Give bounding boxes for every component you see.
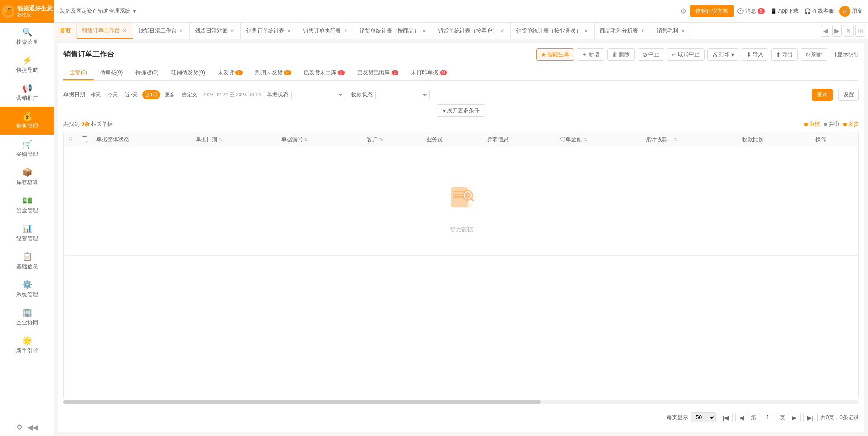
online-service-btn[interactable]: 🎧 在线客服 (804, 7, 834, 15)
payment-filter: 收款状态 (351, 90, 430, 100)
next-page-btn[interactable]: ▶ (788, 413, 801, 422)
sidebar-item-basic[interactable]: 📋 基础信息 (0, 247, 54, 275)
filter-tab-overdue[interactable]: 到期未发货 0 (249, 66, 297, 80)
th-number[interactable]: 单据编号 ⇅ (277, 132, 362, 147)
smart-btn[interactable]: ★ 智能生单 (536, 48, 574, 61)
settings-icon[interactable]: ⚙ (16, 423, 23, 431)
delete-btn[interactable]: 🗑 删除 (607, 48, 635, 61)
tab-close-all-btn[interactable]: ✕ (844, 25, 854, 37)
cancel-stop-btn[interactable]: ↩ 取消中止 (667, 48, 705, 61)
tab-cash-ledger[interactable]: 钱货日清对账 ✕ (190, 23, 241, 39)
app-download-btn[interactable]: 📱 App下载 (770, 7, 799, 15)
th-customer[interactable]: 客户 ⇅ (362, 132, 422, 147)
th-received[interactable]: 累计收款... ⇅ (641, 132, 738, 147)
import-btn[interactable]: ⬇ 导入 (742, 48, 768, 61)
set-btn[interactable]: 设置 (838, 89, 859, 101)
select-all-checkbox[interactable] (82, 136, 87, 142)
scrollbar-thumb[interactable] (63, 400, 541, 404)
tab-expand-btn[interactable]: ⊞ (855, 25, 865, 37)
filter-tab-shipped-out[interactable]: 已发货已出库 0 (351, 66, 405, 80)
tab-close-icon[interactable]: ✕ (343, 28, 348, 34)
refresh-btn[interactable]: ↻ 刷新 (801, 48, 827, 61)
payment-select[interactable] (375, 90, 430, 100)
solution-btn[interactable]: 体验行业方案 (690, 5, 734, 17)
tab-close-icon[interactable]: ✕ (230, 28, 235, 34)
horizontal-scrollbar[interactable] (63, 400, 859, 404)
th-amount[interactable]: 订单金额 ⇅ (556, 132, 641, 147)
sidebar-item-purchase[interactable]: 🛒 采购管理 (0, 135, 54, 163)
tab-close-icon[interactable]: ✕ (583, 28, 589, 34)
sidebar-item-enterprise[interactable]: 🏢 企业协同 (0, 303, 54, 331)
cancel-action-btn[interactable]: 弃审 (824, 120, 839, 128)
filter-tab-not-printed[interactable]: 未打印单据 0 (405, 66, 453, 80)
first-page-btn[interactable]: |◀ (719, 413, 733, 422)
tab-home[interactable]: 首页 (54, 23, 77, 39)
sidebar-item-marketing[interactable]: 📢 营销推广 (0, 79, 54, 107)
show-detail-input[interactable] (830, 52, 836, 57)
tab-close-icon[interactable]: ✕ (122, 27, 127, 34)
filter-tab-not-shipped[interactable]: 未发货 0 (211, 66, 249, 80)
tab-profit[interactable]: 销售毛利 ✕ (651, 23, 691, 39)
last-page-btn[interactable]: ▶| (803, 413, 817, 422)
tab-close-icon[interactable]: ✕ (178, 28, 184, 34)
show-detail-checkbox[interactable]: 显示明细 (830, 51, 859, 58)
page-size-select[interactable]: 20 50 100 (691, 412, 716, 422)
message-btn[interactable]: 💬 消息 6 (737, 7, 765, 15)
page-input[interactable] (759, 413, 777, 422)
ship-action-btn[interactable]: 发货 (843, 120, 859, 128)
tab-margin[interactable]: 商品毛利分析表 ✕ (595, 23, 651, 39)
tab-close-icon[interactable]: ✕ (640, 28, 645, 34)
date-btn-today[interactable]: 今天 (105, 90, 120, 99)
tab-sales-stat[interactable]: 销售订单统计表 ✕ (241, 23, 297, 39)
expand-btn[interactable]: ▾ 展开更多条件 (437, 104, 485, 117)
svg-rect-3 (453, 194, 462, 195)
sidebar-item-finance[interactable]: 💵 资金管理 (0, 191, 54, 219)
pagination: 每页显示 20 50 100 |◀ ◀ 第 页 ▶ ▶| 共0页，0条记录 (63, 408, 859, 427)
add-btn[interactable]: ＋ 新增 (577, 48, 604, 61)
filter-tab-shipped-no-out[interactable]: 已发货未出库 0 (297, 66, 351, 80)
tab-next-btn[interactable]: ▶ (832, 25, 842, 37)
date-btn-7days[interactable]: 近7天 (122, 90, 140, 99)
query-btn[interactable]: 查询 (812, 89, 833, 101)
filter-row: 单据日期 昨天 今天 近7天 近1月 更多 自定义 2023-02-24 至 2… (63, 85, 859, 104)
tab-close-icon[interactable]: ✕ (680, 28, 686, 34)
tab-sales-stat4[interactable]: 销货单统计表（按业务员） ✕ (511, 23, 595, 39)
sidebar-item-guide[interactable]: 🌟 新手引导 (0, 331, 54, 359)
sidebar-item-operation[interactable]: 📊 经营管理 (0, 219, 54, 247)
date-btn-more[interactable]: 更多 (162, 90, 177, 99)
sidebar-item-quick-nav[interactable]: ⚡ 快捷导航 (0, 51, 54, 79)
tab-sales-exec[interactable]: 销售订单执行表 ✕ (297, 23, 354, 39)
tab-cash-daily[interactable]: 钱货日清工作台 ✕ (133, 23, 190, 39)
sidebar-item-inventory[interactable]: 📦 库存核算 (0, 163, 54, 191)
stop-btn[interactable]: ⊘ 中止 (638, 48, 664, 61)
user-menu[interactable]: 用 用友 (839, 6, 863, 17)
tab-sales-order[interactable]: 销售订单工作台 ✕ (77, 23, 133, 39)
tab-close-icon[interactable]: ✕ (421, 28, 427, 34)
date-btn-yesterday[interactable]: 昨天 (88, 90, 103, 99)
undo-icon: ↩ (672, 52, 676, 58)
date-btn-1month[interactable]: 近1月 (142, 90, 160, 99)
th-date[interactable]: 单据日期 ⇅ (191, 132, 277, 147)
export-btn[interactable]: ⬆ 导出 (771, 48, 798, 61)
tab-prev-btn[interactable]: ◀ (821, 25, 830, 37)
status-select[interactable] (291, 90, 345, 100)
tab-close-icon[interactable]: ✕ (286, 28, 292, 34)
sidebar-item-sales[interactable]: 💰 销售管理 (0, 107, 54, 135)
sidebar-item-search[interactable]: 🔍 搜索菜单 (0, 23, 54, 51)
review-action-btn[interactable]: 审核 (804, 120, 820, 128)
filter-tab-wangpu[interactable]: 旺铺待发货(0) (165, 66, 211, 80)
th-drag: ⠿ (64, 132, 77, 147)
collapse-icon[interactable]: ◀◀ (27, 423, 38, 431)
filter-tab-pending-check[interactable]: 待拣货(0) (129, 66, 165, 80)
content-box: 销售订单工作台 ★ 智能生单 ＋ 新增 🗑 删除 ⊘ (58, 43, 864, 432)
topbar-gear-icon[interactable]: ⚙ (680, 7, 686, 15)
tab-sales-stat2[interactable]: 销货单统计表（按商品） ✕ (354, 23, 432, 39)
tab-close-icon[interactable]: ✕ (499, 28, 505, 34)
sidebar-item-system[interactable]: ⚙️ 系统管理 (0, 275, 54, 303)
filter-tab-pending-review[interactable]: 待审核(0) (94, 66, 129, 80)
prev-page-btn[interactable]: ◀ (735, 413, 748, 422)
print-btn[interactable]: 🖨 打印 ▾ (707, 48, 739, 61)
tab-sales-stat3[interactable]: 销货单统计表（按客户） ✕ (432, 23, 511, 39)
filter-tab-all[interactable]: 全部(0) (63, 66, 94, 80)
date-btn-custom[interactable]: 自定义 (179, 90, 200, 99)
